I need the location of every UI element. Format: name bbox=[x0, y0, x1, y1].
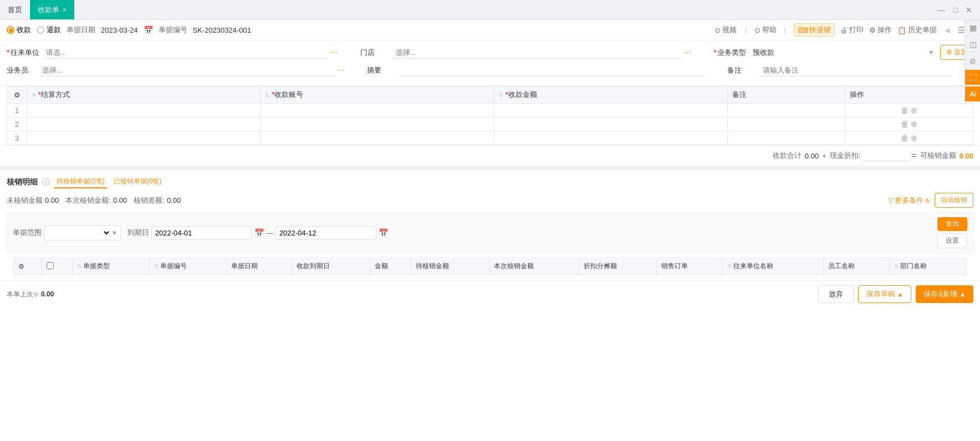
operation-button[interactable]: ⚙ 操作 bbox=[869, 25, 892, 35]
footer-left: 本单上次⊙ 0.00 bbox=[7, 290, 54, 299]
cell-account-1[interactable] bbox=[261, 104, 494, 117]
th-settlement: ⇅ *结算方式 bbox=[27, 86, 261, 104]
cell-settlement-2[interactable] bbox=[27, 117, 261, 131]
date-label: 单据日期 bbox=[67, 25, 95, 35]
partner-input[interactable] bbox=[44, 47, 328, 59]
sidebar-link-icon[interactable]: ⊘ bbox=[965, 53, 980, 69]
radio-receive[interactable]: 收款 bbox=[7, 25, 31, 35]
maximize-button[interactable]: □ bbox=[951, 4, 960, 16]
form-area: * 往来单位 ··· 门店 ··· * 业务类型 预收款 ▼ ⚙ 设置 bbox=[0, 40, 980, 86]
diff-value: 0.00 bbox=[167, 196, 181, 204]
shortcut-icon: ⌨ bbox=[798, 26, 808, 34]
delete-row-3-icon[interactable]: 🗑 bbox=[901, 134, 908, 142]
bth-settings[interactable]: ⚙ bbox=[14, 258, 42, 275]
staff-field: 业务员 ··· bbox=[7, 64, 345, 76]
sidebar-table-icon[interactable]: ▦ bbox=[965, 20, 980, 35]
tab-active[interactable]: 收款单 × bbox=[30, 0, 74, 19]
filter-icon: ▽ bbox=[888, 196, 894, 204]
sidebar-layout-icon[interactable]: ◫ bbox=[965, 37, 980, 52]
minimize-button[interactable]: — bbox=[936, 4, 948, 16]
cell-account-3[interactable] bbox=[261, 131, 494, 145]
radio-refund-label: 退款 bbox=[47, 25, 61, 35]
bth-amount: 金额 bbox=[370, 258, 411, 275]
save-draft-arrow[interactable]: ▲ bbox=[897, 291, 904, 298]
store-input[interactable] bbox=[394, 47, 682, 59]
select-all-checkbox[interactable] bbox=[47, 262, 54, 269]
discount-input[interactable] bbox=[864, 150, 908, 161]
more-conditions-button[interactable]: ▽ 更多条件 ∧ bbox=[888, 196, 930, 206]
close-button[interactable]: ✕ bbox=[963, 4, 974, 16]
range-dropdown-icon[interactable]: ▼ bbox=[111, 229, 120, 237]
bth-bill-no: ⇅ 单据编号 bbox=[149, 258, 226, 275]
hexiao-section: 核销明细 ⓘ 待核销单据(0笔) 已核销单据(0笔) 未核销金额 0.00 本次… bbox=[0, 170, 980, 280]
save-new-button[interactable]: 保存&新增 ▲ bbox=[916, 285, 973, 303]
main-table: ⚙ ⇅ *结算方式 ⇅ *收款账号 ⇅ *收款金额 备注 操作 1 bbox=[7, 86, 973, 145]
staff-more-icon[interactable]: ··· bbox=[337, 65, 344, 75]
row-num-3: 3 bbox=[7, 131, 27, 145]
radio-group: 收款 退款 bbox=[7, 25, 61, 35]
eq-label: = bbox=[911, 151, 916, 161]
cell-account-2[interactable] bbox=[261, 117, 494, 131]
range-select[interactable] bbox=[44, 226, 111, 240]
biz-type-chevron[interactable]: ▼ bbox=[928, 49, 935, 57]
partner-more-icon[interactable]: ··· bbox=[330, 48, 338, 58]
cell-remark-3[interactable] bbox=[728, 131, 845, 145]
video-button[interactable]: ⊙ 视频 bbox=[714, 25, 737, 35]
query-button[interactable]: 查询 bbox=[937, 217, 967, 231]
cell-amount-3[interactable] bbox=[494, 131, 727, 145]
table-wrap: ⚙ ⇅ *结算方式 ⇅ *收款账号 ⇅ *收款金额 备注 操作 1 bbox=[0, 86, 980, 145]
due-end-cal-icon[interactable]: 📅 bbox=[379, 228, 388, 237]
due-start-input[interactable] bbox=[151, 226, 252, 240]
discard-button[interactable]: 放弃 bbox=[818, 285, 854, 303]
cell-remark-1[interactable] bbox=[728, 104, 845, 117]
delete-row-1-icon[interactable]: 🗑 bbox=[901, 106, 908, 115]
store-label: 门店 bbox=[360, 48, 394, 58]
sep3: ◀ bbox=[945, 26, 950, 34]
delete-row-2-icon[interactable]: 🗑 bbox=[901, 120, 908, 129]
bth-checkbox[interactable] bbox=[42, 258, 73, 275]
save-draft-button[interactable]: 保存草稿 ▲ bbox=[858, 285, 912, 303]
number-label: 单据编号 bbox=[159, 25, 187, 35]
help-icon: ⊙ bbox=[754, 26, 760, 34]
cell-remark-2[interactable] bbox=[728, 117, 845, 131]
radio-receive-dot bbox=[7, 26, 14, 34]
th-settings[interactable]: ⚙ bbox=[7, 86, 27, 104]
due-end-input[interactable] bbox=[275, 226, 376, 240]
due-start-cal-icon[interactable]: 📅 bbox=[254, 228, 264, 237]
auto-verify-button[interactable]: 自动核销 bbox=[935, 193, 973, 208]
cell-amount-2[interactable] bbox=[494, 117, 727, 131]
cell-settlement-1[interactable] bbox=[27, 104, 261, 117]
copy-row-2-icon[interactable]: ⊕ bbox=[911, 120, 917, 129]
hexiao-stats: 未核销金额 0.00 本次核销金额: 0.00 核销差额: 0.00 ▽ 更多条… bbox=[7, 193, 973, 208]
sidebar-ai-icon[interactable]: Ai bbox=[965, 86, 980, 102]
history-button[interactable]: 📋 历史单据 bbox=[897, 25, 937, 35]
hexiao-completed-tab[interactable]: 已核销单据(0笔) bbox=[111, 176, 164, 188]
store-more-icon[interactable]: ··· bbox=[684, 48, 691, 58]
hexiao-help-icon[interactable]: ⓘ bbox=[42, 177, 50, 187]
summary-input[interactable] bbox=[400, 64, 705, 76]
radio-refund[interactable]: 退款 bbox=[37, 25, 61, 35]
help-button[interactable]: ⊙ 帮助 bbox=[754, 25, 777, 35]
tab-home[interactable]: 首页 bbox=[0, 0, 30, 19]
staff-input[interactable] bbox=[40, 64, 335, 76]
sidebar-expand-icon[interactable]: ⛶ bbox=[965, 70, 980, 85]
remark-input[interactable] bbox=[760, 64, 953, 76]
save-new-arrow[interactable]: ▲ bbox=[959, 291, 966, 298]
hexiao-pending-tab[interactable]: 待核销单据(0笔) bbox=[54, 176, 107, 188]
shortcut-button[interactable]: ⌨ 快捷键 bbox=[794, 23, 835, 37]
business-type-value: 预收款 bbox=[751, 46, 927, 59]
remark-label: 备注 bbox=[727, 65, 760, 75]
copy-row-3-icon[interactable]: ⊕ bbox=[911, 134, 917, 142]
th-remark: 备注 bbox=[728, 86, 845, 104]
print-button[interactable]: 🖨 打印 bbox=[840, 25, 864, 35]
filter-settings-button[interactable]: 设置 bbox=[937, 233, 967, 248]
copy-row-1-icon[interactable]: ⊕ bbox=[911, 106, 917, 115]
calendar-icon[interactable]: 📅 bbox=[144, 25, 153, 34]
tab-close-icon[interactable]: × bbox=[63, 6, 67, 14]
cell-settlement-3[interactable] bbox=[27, 131, 261, 145]
tab-home-label: 首页 bbox=[8, 5, 22, 15]
cell-amount-1[interactable] bbox=[494, 104, 727, 117]
total-value: 0.00 bbox=[805, 152, 819, 160]
plus-label: + bbox=[822, 152, 826, 160]
date-value[interactable]: 2023-03-24 bbox=[101, 26, 138, 34]
